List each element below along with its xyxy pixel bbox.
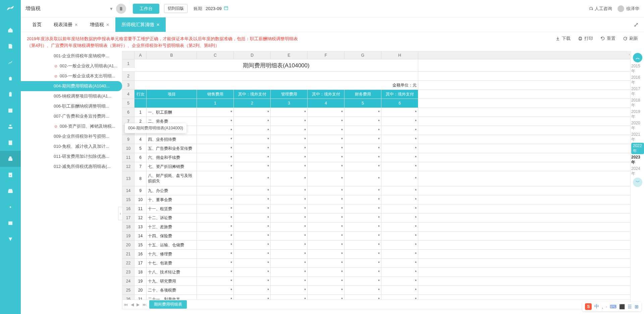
data-cell[interactable]: * <box>271 277 308 286</box>
col-header[interactable]: B <box>147 51 197 59</box>
data-cell[interactable]: * <box>381 162 418 171</box>
form-item-8[interactable]: 009-企业所得税弥补亏损明... <box>21 131 122 141</box>
ime-punct[interactable]: , <box>602 304 603 309</box>
nav-doc-icon[interactable] <box>0 38 21 54</box>
data-cell[interactable]: * <box>271 241 308 249</box>
data-cell[interactable]: * <box>381 108 418 117</box>
data-cell[interactable]: * <box>234 117 271 126</box>
data-cell[interactable]: * <box>381 117 418 126</box>
data-cell[interactable]: * <box>197 144 234 153</box>
data-cell[interactable]: * <box>308 223 344 231</box>
data-cell[interactable]: * <box>197 153 234 162</box>
form-item-9[interactable]: 010-免税、减计收入及加计... <box>21 141 122 151</box>
data-cell[interactable]: * <box>344 223 381 231</box>
sheet-nav-first[interactable]: ⏮ <box>124 302 128 307</box>
calendar-icon[interactable] <box>224 6 228 12</box>
data-cell[interactable]: * <box>381 186 418 195</box>
form-item-1[interactable]: ⊘002-一般企业收入明细表(A1... <box>21 61 122 71</box>
avatar[interactable] <box>618 5 624 12</box>
expand-right-button[interactable]: › <box>627 51 631 58</box>
sheet-nav-prev[interactable]: ◀ <box>131 302 134 307</box>
username[interactable]: 徐泽华 <box>626 6 639 12</box>
data-cell[interactable]: * <box>381 204 418 213</box>
ime-expand-icon[interactable]: ⊞ <box>635 304 639 309</box>
data-cell[interactable]: * <box>234 204 271 213</box>
data-cell[interactable]: * <box>197 117 234 126</box>
year-2021年[interactable]: 2021年 <box>631 131 644 143</box>
data-cell[interactable]: * <box>197 204 234 213</box>
ime-mic-icon[interactable]: · <box>606 304 607 309</box>
data-cell[interactable]: * <box>271 250 308 258</box>
data-cell[interactable]: * <box>381 286 418 295</box>
data-cell[interactable]: * <box>197 213 234 222</box>
data-cell[interactable]: * <box>234 144 271 153</box>
data-cell[interactable]: * <box>344 153 381 162</box>
data-cell[interactable]: * <box>381 153 418 162</box>
nav-stamp-icon[interactable] <box>0 119 21 135</box>
data-cell[interactable]: * <box>344 126 381 135</box>
data-cell[interactable]: * <box>308 162 344 171</box>
data-cell[interactable]: * <box>344 204 381 213</box>
data-cell[interactable]: * <box>381 171 418 186</box>
collapse-sidebar-button[interactable]: ‹ <box>118 207 123 220</box>
data-cell[interactable]: * <box>381 250 418 258</box>
nav-video-icon[interactable] <box>0 215 21 231</box>
data-cell[interactable]: * <box>271 108 308 117</box>
data-cell[interactable]: * <box>197 186 234 195</box>
col-header[interactable]: G <box>344 51 381 59</box>
data-cell[interactable]: * <box>381 223 418 231</box>
tab-0[interactable]: 首页 <box>26 17 48 32</box>
data-cell[interactable]: * <box>308 204 344 213</box>
col-header[interactable]: E <box>271 51 308 59</box>
data-cell[interactable]: * <box>271 286 308 295</box>
data-cell[interactable]: * <box>381 259 418 267</box>
data-cell[interactable]: * <box>344 135 381 144</box>
data-cell[interactable]: * <box>271 186 308 195</box>
tab-close-icon[interactable]: ✕ <box>106 22 109 27</box>
data-cell[interactable]: * <box>344 144 381 153</box>
nav-bag-icon[interactable] <box>0 70 21 86</box>
data-cell[interactable]: * <box>308 144 344 153</box>
ime-keyboard-icon[interactable]: ⌨ <box>610 304 616 309</box>
nav-tax-icon[interactable] <box>0 151 21 167</box>
data-cell[interactable]: * <box>234 223 271 231</box>
maximize-icon[interactable]: ⤢ <box>634 21 639 28</box>
data-cell[interactable]: * <box>308 286 344 295</box>
tab-1[interactable]: 税表清册✕ <box>48 17 84 32</box>
data-cell[interactable]: * <box>308 186 344 195</box>
data-cell[interactable]: * <box>344 117 381 126</box>
data-cell[interactable]: * <box>271 232 308 240</box>
year-2023年[interactable]: 2023年 <box>631 154 644 166</box>
data-cell[interactable]: * <box>381 232 418 240</box>
form-item-0[interactable]: 001-企业所得税年度纳税申... <box>21 51 122 61</box>
data-cell[interactable]: * <box>197 223 234 231</box>
data-cell[interactable]: * <box>234 171 271 186</box>
data-cell[interactable]: * <box>271 153 308 162</box>
data-cell[interactable]: * <box>197 126 234 135</box>
download-button[interactable]: 下载 <box>555 36 571 42</box>
data-cell[interactable]: * <box>344 186 381 195</box>
data-cell[interactable]: * <box>197 277 234 286</box>
data-cell[interactable]: * <box>344 213 381 222</box>
data-cell[interactable]: * <box>308 171 344 186</box>
data-cell[interactable]: * <box>381 195 418 204</box>
data-cell[interactable]: * <box>344 241 381 249</box>
year-scroll-down[interactable]: ︾ <box>633 178 642 187</box>
nav-home-icon[interactable] <box>0 22 21 38</box>
data-cell[interactable]: * <box>234 195 271 204</box>
data-cell[interactable]: * <box>197 195 234 204</box>
nav-gear-icon[interactable] <box>0 199 21 215</box>
data-cell[interactable]: * <box>234 241 271 249</box>
data-cell[interactable]: * <box>197 162 234 171</box>
year-2016年[interactable]: 2016年 <box>631 74 644 86</box>
data-cell[interactable]: * <box>308 241 344 249</box>
data-cell[interactable]: * <box>308 153 344 162</box>
nav-chart-icon[interactable] <box>0 54 21 70</box>
ime-menu-icon[interactable]: ☰ <box>628 304 632 309</box>
data-cell[interactable]: * <box>308 117 344 126</box>
data-cell[interactable]: * <box>344 171 381 186</box>
data-cell[interactable]: * <box>271 126 308 135</box>
data-cell[interactable]: * <box>197 241 234 249</box>
sheet-tab[interactable]: 期间费用明细表 <box>149 300 187 309</box>
print-button[interactable]: 打印 <box>578 36 593 42</box>
